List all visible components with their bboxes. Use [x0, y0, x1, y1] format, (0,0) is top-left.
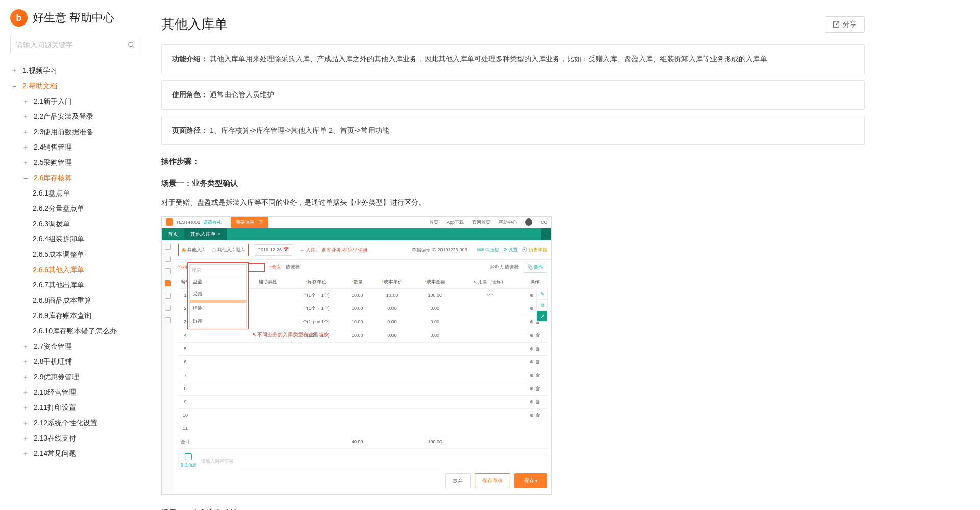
nav-item-2-6-5[interactable]: 2.6.5成本调整单 [33, 247, 143, 262]
info-label: 功能介绍： [172, 55, 208, 63]
plus-icon: ＋ [21, 388, 30, 397]
nav-item-2-1[interactable]: ＋2.1新手入门 [21, 94, 143, 109]
operator-label: 经办人 [490, 264, 504, 270]
table-row: 11 [178, 422, 547, 435]
app-try-button: 我要体验一下 [231, 217, 268, 228]
plus-icon: ＋ [10, 67, 18, 75]
avatar-icon [525, 218, 532, 226]
nav-item-2-4[interactable]: ＋2.4销售管理 [21, 140, 143, 155]
nav-item-2-8[interactable]: ＋2.8手机旺铺 [21, 354, 143, 370]
plus-icon: ＋ [21, 419, 30, 427]
info-block-role: 使用角色：通常由仓管人员维护 [161, 80, 865, 110]
svg-point-0 [128, 42, 133, 46]
remark-placeholder: 请输入内容信息 [198, 457, 547, 466]
radio-other-return: 其他入库退库 [212, 246, 245, 254]
nav-item-2-3[interactable]: ＋2.3使用前数据准备 [21, 125, 143, 140]
app-tab-home: 首页 [162, 228, 184, 240]
app-left-nav [162, 240, 174, 494]
info-text: 通常由仓管人员维护 [210, 90, 274, 99]
tool-history: 🕘 历史单据 [522, 246, 547, 254]
dropdown-search: 搜索 [190, 265, 246, 276]
nav-item-2-6-4[interactable]: 2.6.4组装拆卸单 [33, 232, 143, 247]
nav-item-help-docs[interactable]: −2.帮助文档 [10, 79, 143, 94]
steps-heading: 操作步骤： [161, 154, 865, 169]
tabs-more-icon: ⋯ [541, 228, 551, 240]
share-button[interactable]: 分享 [825, 16, 865, 33]
nav-item-2-6-9[interactable]: 2.6.9库存账本查询 [33, 308, 143, 324]
table-row: 9⊕ 🗑 [178, 396, 547, 409]
site-title: 好生意 帮助中心 [33, 10, 114, 26]
nav-item-2-12[interactable]: ＋2.12系统个性化设置 [21, 416, 143, 431]
btn-cancel: 放弃 [445, 473, 471, 488]
scene-1-text: 对于受赠、盘盈或是拆装入库等不同的业务，是通过单据头【业务类型】进行区分。 [161, 196, 865, 209]
nav-item-2-11[interactable]: ＋2.11打印设置 [21, 400, 143, 416]
dropdown-item: 盘盈 [190, 276, 246, 288]
info-block-path: 页面路径：1、库存核算->库存管理->其他入库单 2、首页->常用功能 [161, 116, 865, 145]
table-side-tools: ✎⧉⤢ [536, 288, 548, 322]
annot-box-radio: 其他入库 其他入库退库 [178, 244, 249, 256]
nav-item-2-6-7[interactable]: 2.6.7其他出库单 [33, 278, 143, 293]
plus-icon: ＋ [21, 343, 30, 351]
th-attr: 辅助属性 [248, 276, 287, 289]
nav-item-2-6-10[interactable]: 2.6.10库存账本错了怎么办 [33, 324, 143, 339]
th-avail: 可用量（仓库） [456, 276, 523, 289]
info-text: 1、库存核算->库存管理->其他入库单 2、首页->常用功能 [210, 126, 389, 134]
nav-item-2-6-2[interactable]: 2.6.2分量盘点单 [33, 201, 143, 216]
plus-icon: ＋ [21, 128, 30, 136]
app-tab-active: 其他入库单× [184, 228, 227, 240]
nav-item-video[interactable]: ＋1.视频学习 [10, 63, 143, 79]
th-amt: 成本金额 [427, 279, 445, 284]
btn-save: 保存 [514, 473, 547, 488]
warehouse-value: 请选择 [286, 263, 300, 272]
date-field: 2019-12-26 📅 [255, 244, 292, 256]
minus-icon: − [21, 174, 30, 182]
nav-item-2-13[interactable]: ＋2.13在线支付 [21, 431, 143, 446]
nav-item-2-6-1[interactable]: 2.6.1盘点单 [33, 186, 143, 201]
radio-other-in: 其他入库 [182, 246, 206, 254]
nav-item-2-2[interactable]: ＋2.2产品安装及登录 [21, 109, 143, 125]
scene-2-heading: 场景二：出入方向确认 [161, 506, 865, 510]
page-title: 其他入库单 [161, 15, 228, 33]
table-row: 6⊕ 🗑 [178, 355, 547, 369]
search-input[interactable] [10, 36, 140, 54]
doc-no-label: 单据编号 [412, 247, 430, 252]
search-button[interactable] [122, 36, 140, 54]
nav-item-2-5[interactable]: ＋2.5采购管理 [21, 155, 143, 171]
main-content: 其他入库单 分享 功能介绍：其他入库单用来处理除采购入库、产成品入库之外的其他入… [143, 0, 883, 510]
tool-setting: ⚙ 设置 [503, 246, 518, 254]
attach-link: 📎 附件 [524, 262, 547, 273]
nav-item-2-6-3[interactable]: 2.6.3调拨单 [33, 216, 143, 232]
nav-item-2-6-8[interactable]: 2.6.8商品成本重算 [33, 293, 143, 308]
scene-1-heading: 场景一：业务类型确认 [161, 176, 865, 191]
th-qty: 数量 [354, 279, 363, 284]
plus-icon: ＋ [21, 404, 30, 412]
nav-item-2-6[interactable]: −2.6库存核算 [21, 171, 143, 186]
plus-icon: ＋ [21, 450, 30, 458]
info-label: 使用角色： [172, 90, 208, 99]
svg-line-1 [132, 46, 134, 48]
close-icon: × [218, 230, 220, 238]
operator-value: 请选择 [505, 264, 519, 270]
nav-item-2-7[interactable]: ＋2.7资金管理 [21, 339, 143, 354]
nav-item-2-14[interactable]: ＋2.14常见问题 [21, 446, 143, 462]
remark-icon [185, 453, 192, 460]
table-totals-row: 合计40.00100.00 [178, 435, 547, 449]
plus-icon: ＋ [21, 373, 30, 381]
table-row: 10⊕ 🗑 [178, 409, 547, 422]
plus-icon: ＋ [21, 98, 30, 106]
top-menu-site: 官网首页 [472, 218, 491, 227]
sidebar: b 好生意 帮助中心 ＋1.视频学习 −2.帮助文档 ＋2.1新手入门 ＋2.2… [0, 0, 143, 510]
nav-item-2-9[interactable]: ＋2.9优惠券管理 [21, 370, 143, 385]
nav-item-2-10[interactable]: ＋2.10经营管理 [21, 385, 143, 400]
annotation-2: 不同业务的入库类型在这里切换 [252, 330, 329, 339]
search-icon [128, 41, 135, 49]
screenshot-scene-1: TEST-H002 邀请有礼 我要体验一下 首页 App下载 官网首页 帮助中心… [161, 216, 552, 495]
info-text: 其他入库单用来处理除采购入库、产成品入库之外的其他入库业务，因此其他入库单可处理… [210, 55, 767, 63]
dropdown-item: 组装 [190, 303, 246, 314]
top-menu-app: App下载 [447, 218, 464, 227]
dropdown-item: 拆卸 [190, 315, 246, 327]
warehouse-label: *仓库 [270, 263, 281, 272]
share-icon [832, 21, 840, 28]
nav-item-2-6-6[interactable]: 2.6.6其他入库单 [33, 262, 143, 278]
dropdown-item: 受赠 [190, 288, 246, 300]
